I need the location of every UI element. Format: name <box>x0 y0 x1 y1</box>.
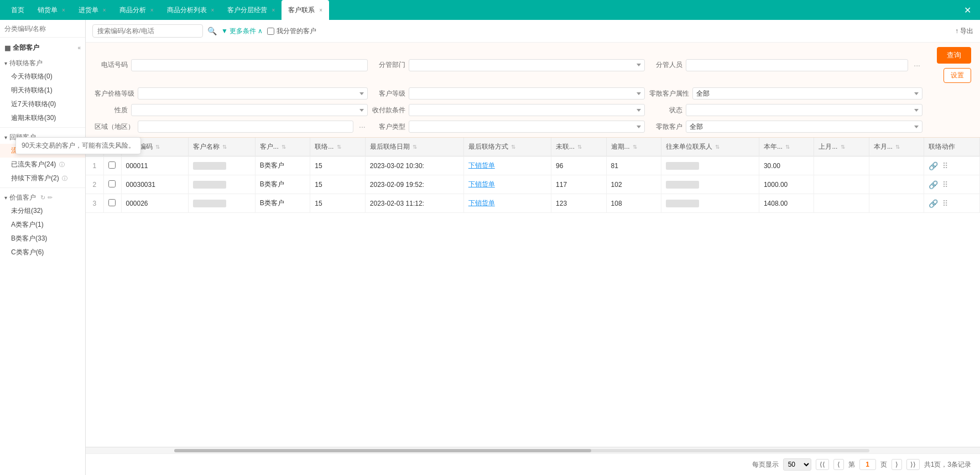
phone-label: 电话号码 <box>95 60 128 70</box>
sidebar-item-class-c[interactable]: C类客户(6) <box>0 246 85 259</box>
close-tab-product-analysis-list[interactable]: × <box>211 7 215 13</box>
query-button[interactable]: 查询 <box>937 47 971 64</box>
sidebar-search-input[interactable] <box>4 25 87 33</box>
total-info: 共1页，3条记录 <box>924 460 971 469</box>
row-code-0: 000011 <box>121 156 188 175</box>
sidebar-item-overdue-pending[interactable]: 逾期未联络(30) <box>0 111 85 125</box>
advanced-filter-panel: 电话号码 分管部门 分管人员 ··· 查询 设置 <box>86 43 980 138</box>
filter-row-3: 性质 收付款条件 状态 <box>95 104 971 116</box>
close-tab-product-analysis[interactable]: × <box>150 7 154 13</box>
page-label-before: 第 <box>848 460 855 469</box>
tab-customer-tier[interactable]: 客户分层经营 × <box>221 0 282 20</box>
region-input[interactable] <box>138 121 353 133</box>
last-page-button[interactable]: ⟩⟩ <box>906 459 920 470</box>
row-select-checkbox-0[interactable] <box>108 161 116 169</box>
sidebar-item-class-b[interactable]: B类客户(33) <box>0 232 85 246</box>
col-contact-count[interactable]: 联络... ⇅ <box>310 138 366 156</box>
action-icon-link-2[interactable]: 🔗 <box>929 199 938 208</box>
per-page-select[interactable]: 50 100 <box>783 458 811 471</box>
my-customers-checkbox[interactable] <box>267 28 274 35</box>
row-actions-2: 🔗 ⠿ <box>924 194 980 213</box>
close-tab-purchase-order[interactable]: × <box>103 7 106 13</box>
search-button[interactable]: 🔍 <box>207 27 217 35</box>
row-overdue-1: 102 <box>606 175 661 194</box>
sidebar-item-class-a[interactable]: A类客户(1) <box>0 218 85 232</box>
first-page-button[interactable]: ⟨⟨ <box>816 459 829 470</box>
col-contacts[interactable]: 往来单位联系人 ⇅ <box>661 138 759 156</box>
row-contacts-0 <box>661 156 759 175</box>
section-pending-contact[interactable]: ▾ 待联络客户 <box>0 56 85 70</box>
tab-product-analysis[interactable]: 商品分析 × <box>113 0 160 20</box>
close-tab-customer-tier[interactable]: × <box>272 7 275 13</box>
action-icon-menu-0[interactable]: ⠿ <box>942 161 948 170</box>
customer-type-select[interactable] <box>409 121 645 133</box>
action-icon-link-1[interactable]: 🔗 <box>929 180 938 189</box>
col-type[interactable]: 客户... ⇅ <box>255 138 310 156</box>
action-icon-menu-2[interactable]: ⠿ <box>942 199 948 208</box>
sidebar-item-7days-pending[interactable]: 近7天待联络(0) <box>0 97 85 111</box>
table-row: 1 000011 B类客户 15 2023-03-02 10:30: 下销货单 … <box>86 156 980 175</box>
manager-input[interactable] <box>686 59 908 71</box>
prev-page-button[interactable]: ⟨ <box>833 459 844 470</box>
edit-icon[interactable]: ✏ <box>48 194 53 201</box>
row-name-1 <box>188 175 255 194</box>
sidebar-item-tomorrow-pending[interactable]: 明天待联络(1) <box>0 83 85 97</box>
col-unlink-days[interactable]: 未联... ⇅ <box>551 138 607 156</box>
col-name[interactable]: 客户名称 ⇅ <box>188 138 255 156</box>
status-select[interactable] <box>686 104 922 116</box>
section-value-customers[interactable]: ▾ 价值客户 ↻ ✏ <box>0 190 85 204</box>
price-level-label: 客户价格等级 <box>95 89 134 98</box>
row-select-checkbox-1[interactable] <box>108 180 116 187</box>
close-tab-customer-contact[interactable]: × <box>319 7 322 13</box>
sidebar-item-today-pending[interactable]: 今天待联络(0) <box>0 70 85 83</box>
customer-level-select[interactable] <box>409 87 645 100</box>
row-thisyear-2: 1408.00 <box>759 194 814 213</box>
tab-home[interactable]: 首页 <box>4 0 31 20</box>
sidebar-item-churned[interactable]: 已流失客户(24) ⓘ <box>0 158 85 171</box>
sidebar-collapse-btn[interactable]: « <box>77 45 81 51</box>
filter-dept: 分管部门 <box>372 59 645 71</box>
retail-customer-select[interactable]: 全部 <box>686 121 922 133</box>
action-icon-menu-1[interactable]: ⠿ <box>942 180 948 189</box>
col-last-contact-method[interactable]: 最后联络方式 ⇅ <box>463 138 551 156</box>
sidebar-item-ungrouped[interactable]: 未分组(32) <box>0 204 85 218</box>
sidebar-all-customers[interactable]: ▦ 全部客户 « <box>0 40 85 56</box>
sidebar-item-declining[interactable]: 持续下滑客户(2) ⓘ <box>0 171 85 185</box>
row-last-date-2: 2023-02-03 11:12: <box>365 194 463 213</box>
phone-input[interactable] <box>131 59 368 71</box>
close-tab-sales-order[interactable]: × <box>62 7 65 13</box>
col-overdue[interactable]: 逾期... ⇅ <box>606 138 661 156</box>
action-icon-link-0[interactable]: 🔗 <box>929 161 938 170</box>
next-page-button[interactable]: ⟩ <box>892 459 902 470</box>
more-conditions-button[interactable]: ▼ 更多条件 ∧ <box>221 27 263 36</box>
payment-select[interactable] <box>409 104 645 116</box>
scrollbar-thumb[interactable] <box>174 449 591 452</box>
tab-sales-order[interactable]: 销货单 × <box>31 0 72 20</box>
tab-customer-contact[interactable]: 客户联系 × <box>282 0 329 20</box>
window-close-button[interactable]: ✕ <box>960 5 976 15</box>
row-select-checkbox-2[interactable] <box>108 199 116 206</box>
sort-icon-contact-count: ⇅ <box>337 144 341 150</box>
tab-product-analysis-list[interactable]: 商品分析列表 × <box>160 0 221 20</box>
status-label: 状态 <box>649 106 682 115</box>
search-input[interactable] <box>92 24 203 38</box>
dept-select[interactable] <box>409 59 645 71</box>
my-customers-filter[interactable]: 我分管的客户 <box>267 27 316 36</box>
export-button[interactable]: ↑ 导出 <box>955 27 973 36</box>
row-last-method-1: 下销货单 <box>463 175 551 194</box>
horizontal-scrollbar[interactable] <box>86 447 980 453</box>
region-dots-btn[interactable]: ··· <box>357 122 368 131</box>
manager-dots-btn[interactable]: ··· <box>911 61 922 70</box>
col-last-month[interactable]: 上月... ⇅ <box>814 138 869 156</box>
col-last-contact-date[interactable]: 最后联络日期 ⇅ <box>365 138 463 156</box>
col-this-year[interactable]: 本年... ⇅ <box>759 138 814 156</box>
retail-attr-select[interactable]: 全部 <box>692 87 922 100</box>
price-level-select[interactable] <box>138 87 368 100</box>
settings-button[interactable]: 设置 <box>943 68 971 83</box>
refresh-icon[interactable]: ↻ <box>40 194 45 201</box>
tab-purchase-order[interactable]: 进货单 × <box>72 0 113 20</box>
col-this-month[interactable]: 本月... ⇅ <box>869 138 924 156</box>
nature-select[interactable] <box>131 104 368 116</box>
page-number-input[interactable] <box>859 459 876 470</box>
sidebar-content: ▦ 全部客户 « ▾ 待联络客户 今天待联络(0) 明天待联络(1) 近7天待联… <box>0 38 85 475</box>
